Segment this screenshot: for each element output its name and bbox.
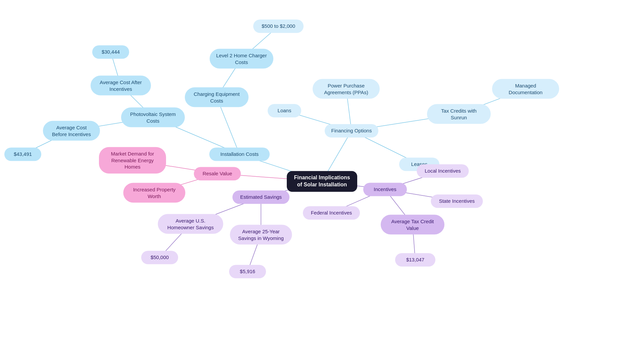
mindmap-container: Financial Implications of Solar Installa… xyxy=(0,0,644,363)
node-federal_incentives: Federal Incentives xyxy=(303,206,360,220)
node-avg_cost_after: Average Cost After Incentives xyxy=(91,76,151,96)
node-val_50000: $50,000 xyxy=(141,251,178,264)
node-estimated_savings: Estimated Savings xyxy=(232,190,289,204)
node-state_incentives: State Incentives xyxy=(431,194,483,208)
node-val_30444: $30,444 xyxy=(92,45,129,59)
node-avg_cost_before: Average Cost Before Incentives xyxy=(43,121,100,141)
node-avg_tax_credit: Average Tax Credit Value xyxy=(381,215,444,235)
node-ppas: Power Purchase Agreements (PPAs) xyxy=(313,79,380,99)
node-increased_property: Increased Property Worth xyxy=(123,183,185,203)
node-installation_costs: Installation Costs xyxy=(209,147,270,161)
node-val_5916: $5,916 xyxy=(229,265,266,278)
node-incentives: Incentives xyxy=(363,183,407,196)
node-financing_options: Financing Options xyxy=(325,124,378,137)
node-resale_value: Resale Value xyxy=(194,167,241,180)
node-managed_docs: Managed Documentation xyxy=(492,79,559,99)
node-avg_25yr_wyoming: Average 25-Year Savings in Wyoming xyxy=(230,225,292,245)
node-market_demand: Market Demand for Renewable Energy Homes xyxy=(99,147,166,174)
node-val_500_2000: $500 to $2,000 xyxy=(253,19,304,33)
node-val_43491: $43,491 xyxy=(4,147,41,161)
node-local_incentives: Local Incentives xyxy=(417,164,469,178)
node-center: Financial Implications of Solar Installa… xyxy=(287,171,357,192)
node-charging_equipment: Charging Equipment Costs xyxy=(185,87,249,107)
node-loans: Loans xyxy=(268,104,301,117)
node-avg_us_savings: Average U.S. Homeowner Savings xyxy=(158,214,223,234)
node-val_13047: $13,047 xyxy=(395,253,435,266)
node-tax_credits_sunrun: Tax Credits with Sunrun xyxy=(427,104,491,124)
node-level2_charger: Level 2 Home Charger Costs xyxy=(210,49,273,69)
node-photovoltaic: Photovoltaic System Costs xyxy=(121,108,185,127)
